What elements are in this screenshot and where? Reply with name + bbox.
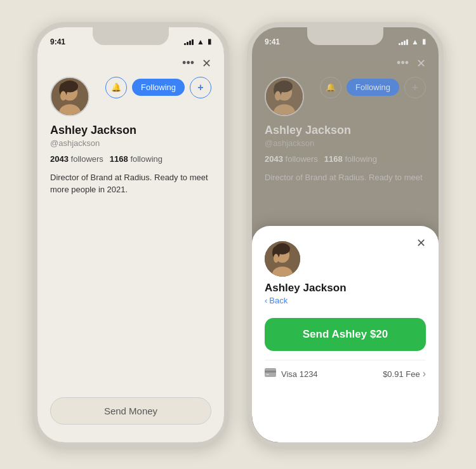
top-icons-2: ••• ✕ [265, 56, 426, 70]
time-1: 9:41 [50, 37, 65, 46]
profile-bio-2: Director of Brand at Radius. Ready to me… [265, 171, 426, 184]
phone-1: 9:41 ▲ ▮ ••• ✕ [32, 22, 229, 447]
following-count-1: 1168 following [110, 154, 162, 164]
svg-point-17 [274, 254, 279, 263]
action-buttons-2: 🔔 Following + [320, 77, 426, 98]
card-icon [265, 368, 276, 380]
chevron-icon: › [423, 368, 426, 380]
phone-1-screen: 9:41 ▲ ▮ ••• ✕ [37, 27, 224, 442]
following-button-1[interactable]: Following [132, 79, 185, 96]
battery-icon-1: ▮ [208, 37, 211, 46]
signal-icon-1 [184, 38, 194, 45]
battery-icon-2: ▮ [422, 37, 426, 46]
stats-row-2: 2043 followers 1168 following [265, 154, 426, 164]
avatar-1 [50, 77, 89, 116]
following-count-2: 1168 following [324, 154, 377, 164]
bell-icon-1: 🔔 [111, 83, 121, 92]
profile-header-1: 🔔 Following + [50, 77, 211, 116]
bell-button-1[interactable]: 🔔 [105, 77, 127, 98]
avatar-2 [265, 77, 304, 116]
svg-rect-20 [266, 374, 269, 375]
modal-avatar [265, 241, 300, 277]
more-options-icon-1[interactable]: ••• [182, 56, 194, 70]
profile-name-2: Ashley Jackson [265, 124, 426, 137]
status-icons-1: ▲ ▮ [184, 37, 211, 46]
add-icon-1: + [197, 82, 203, 93]
send-money-green-button[interactable]: Send Ashley $20 [265, 318, 426, 351]
modal-back-link[interactable]: ‹ Back [265, 296, 426, 305]
close-icon-1[interactable]: ✕ [202, 56, 211, 70]
profile-handle-2: @ashjackson [265, 138, 426, 148]
phone-1-notch [93, 27, 169, 45]
profile-handle-1: @ashjackson [50, 138, 211, 148]
payment-info: Visa 1234 $0.91 Fee › [265, 360, 426, 380]
profile-content-2-bg: ••• ✕ [252, 51, 439, 209]
profile-content-1: ••• ✕ [37, 51, 224, 221]
profile-header-2: 🔔 Following + [265, 77, 426, 116]
phone-1-frame: 9:41 ▲ ▮ ••• ✕ [32, 22, 229, 447]
payment-modal: ✕ Ashley Jackson ‹ Back S [252, 226, 439, 442]
bell-button-2: 🔔 [320, 77, 341, 98]
stats-row-1: 2043 followers 1168 following [50, 154, 211, 164]
phone-2-notch [307, 27, 383, 45]
profile-bio-1: Director of Brand at Radius. Ready to me… [50, 171, 211, 196]
modal-close-icon[interactable]: ✕ [416, 236, 426, 250]
fee-label: $0.91 Fee [383, 369, 420, 379]
followers-count-2: 2043 followers [265, 154, 318, 164]
send-money-button-1[interactable]: Send Money [50, 397, 211, 425]
add-button-2: + [404, 77, 426, 98]
card-info: Visa 1234 [265, 368, 318, 380]
followers-count-1: 2043 followers [50, 154, 103, 164]
time-2: 9:41 [265, 37, 280, 46]
bell-icon-2: 🔔 [326, 83, 336, 92]
modal-person-name: Ashley Jackson [265, 282, 426, 294]
svg-point-5 [60, 91, 66, 100]
add-button-1[interactable]: + [190, 77, 211, 98]
svg-rect-19 [265, 371, 276, 373]
signal-icon-2 [399, 38, 408, 45]
close-icon-2: ✕ [416, 56, 426, 70]
action-buttons-1: 🔔 Following + [105, 77, 211, 98]
phone-2-frame: 9:41 ▲ ▮ ••• ✕ [247, 22, 444, 447]
fee-info[interactable]: $0.91 Fee › [383, 368, 426, 380]
more-options-icon-2: ••• [397, 56, 409, 70]
add-icon-2: + [412, 82, 418, 93]
wifi-icon-2: ▲ [411, 37, 419, 46]
following-button-2: Following [347, 79, 399, 96]
card-label: Visa 1234 [281, 369, 318, 379]
phone-2-screen: 9:41 ▲ ▮ ••• ✕ [252, 27, 439, 442]
status-icons-2: ▲ ▮ [399, 37, 426, 46]
wifi-icon-1: ▲ [197, 37, 204, 46]
svg-point-11 [275, 91, 281, 100]
back-chevron-icon: ‹ [265, 296, 267, 305]
top-icons-1: ••• ✕ [50, 56, 211, 70]
profile-name-1: Ashley Jackson [50, 124, 211, 137]
phone-2: 9:41 ▲ ▮ ••• ✕ [247, 22, 444, 447]
